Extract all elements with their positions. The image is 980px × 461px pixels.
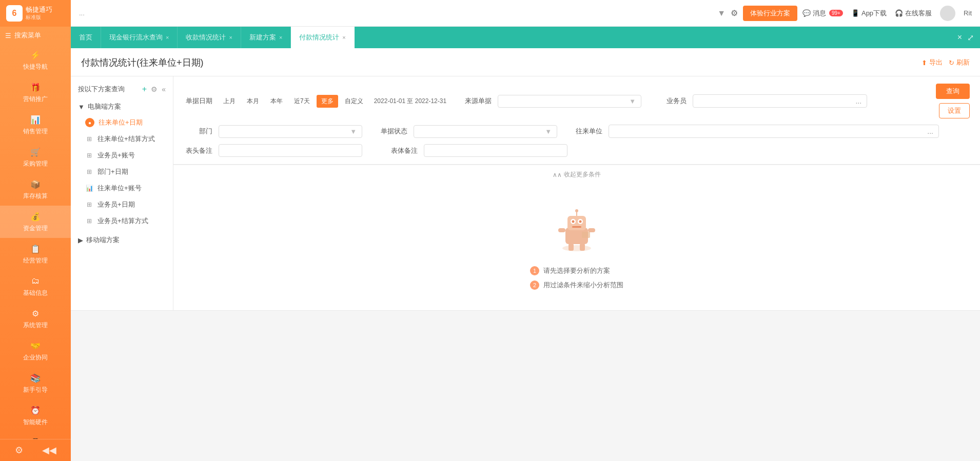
dept-select[interactable]: ▼ xyxy=(219,125,362,138)
sidebar-item-quick-nav[interactable]: ⚡ 快捷导航 xyxy=(0,44,71,76)
scheme-table-icon: ⊞ xyxy=(85,201,93,209)
collapse-bar[interactable]: ∧∧ 收起更多条件 xyxy=(173,165,980,184)
svg-rect-11 xyxy=(580,244,585,251)
dept-label: 部门 xyxy=(184,127,212,136)
collapse-label: 收起更多条件 xyxy=(564,170,601,179)
sidebar-item-wechat[interactable]: 💬 企业微信 xyxy=(0,432,71,439)
date-custom[interactable]: 自定义 xyxy=(340,95,368,108)
window-close-btn[interactable]: × xyxy=(957,33,962,42)
tab-bank-flow[interactable]: 现金银行流水查询 × xyxy=(101,27,178,48)
tab-receipt-stats[interactable]: 收款情况统计 × xyxy=(178,27,241,48)
staff-dots[interactable]: ... xyxy=(855,97,861,105)
empty-illustration xyxy=(551,205,602,256)
filter-settings-btn[interactable]: 设置 xyxy=(939,103,970,118)
staff-label: 业务员 xyxy=(658,96,687,106)
sidebar-item-system[interactable]: ⚙ 系统管理 xyxy=(0,303,71,335)
partner-label: 往来单位 xyxy=(574,127,602,136)
sidebar-item-operation[interactable]: 📋 经营管理 xyxy=(0,238,71,270)
scheme-item-staff-date[interactable]: ⊞ 业务员+日期 xyxy=(71,196,173,213)
hint-text-1: 请先选择要分析的方案 xyxy=(543,266,610,275)
date-this-month[interactable]: 本月 xyxy=(242,95,264,108)
message-btn[interactable]: 💬 消息 99+ xyxy=(802,9,843,18)
body-note-input[interactable] xyxy=(424,144,567,157)
topbar-right: 💬 消息 99+ 📱 App下载 🎧 在线客服 Rit xyxy=(802,6,972,21)
doc-status-label: 单据状态 xyxy=(379,127,407,136)
sidebar-item-hardware[interactable]: ⏰ 智能硬件 xyxy=(0,399,71,432)
query-section: 查询 设置 xyxy=(936,84,970,118)
tabbar-actions: × ⤢ xyxy=(951,27,980,48)
tab-new-scheme-close[interactable]: × xyxy=(279,35,282,41)
sidebar-item-label: 营销推广 xyxy=(23,95,48,104)
message-badge: 99+ xyxy=(829,10,843,16)
source-doc-dropdown-icon: ▼ xyxy=(629,97,636,105)
date-last-7[interactable]: 近7天 xyxy=(289,95,315,108)
sidebar-item-enterprise[interactable]: 🤝 企业协同 xyxy=(0,335,71,367)
sidebar-logo: 6 畅捷通巧 标准版 xyxy=(0,0,71,27)
sidebar-collapse-btn[interactable]: ◀◀ xyxy=(42,445,56,456)
query-btn[interactable]: 查询 xyxy=(936,84,970,99)
date-last-month[interactable]: 上月 xyxy=(219,95,240,108)
window-expand-btn[interactable]: ⤢ xyxy=(967,33,974,43)
empty-state: 1 请先选择要分析的方案 2 用过滤条件来缩小分析范围 xyxy=(173,184,980,310)
page-content: 付款情况统计(往来单位+日期) ⬆ 导出 ↻ 刷新 按以下方案查询 + xyxy=(71,48,980,461)
search-menu-label: 搜索菜单 xyxy=(14,31,41,40)
scheme-item-dept-date[interactable]: ⊞ 部门+日期 xyxy=(71,164,173,180)
active-scheme-circle: ● xyxy=(85,118,94,127)
tab-payment-stats-close[interactable]: × xyxy=(342,35,345,41)
user-name: Rit xyxy=(964,9,972,17)
user-avatar[interactable] xyxy=(940,6,955,21)
sales-icon: 📊 xyxy=(30,114,41,125)
trial-btn[interactable]: 体验行业方案 xyxy=(743,6,797,21)
date-more[interactable]: 更多 xyxy=(317,95,338,108)
tab-bank-flow-close[interactable]: × xyxy=(166,35,169,41)
logo-name: 畅捷通巧 xyxy=(26,6,52,14)
desktop-section-arrow: ▼ xyxy=(78,103,85,111)
search-menu-icon: ☰ xyxy=(5,32,11,39)
scheme-settings-btn[interactable]: ⚙ xyxy=(151,85,158,93)
sidebar-item-sales[interactable]: 📊 销售管理 xyxy=(0,109,71,141)
app-download-btn[interactable]: 📱 App下载 xyxy=(851,9,887,18)
export-btn[interactable]: ⬆ 导出 xyxy=(922,58,943,67)
scheme-item-partner-account[interactable]: 📊 往来单位+账号 xyxy=(71,180,173,196)
doc-status-select[interactable]: ▼ xyxy=(414,125,557,138)
tab-new-scheme[interactable]: 新建方案 × xyxy=(241,27,291,48)
sidebar-item-inventory[interactable]: 📦 库存核算 xyxy=(0,173,71,206)
tab-receipt-stats-close[interactable]: × xyxy=(229,35,232,41)
refresh-btn[interactable]: ↻ 刷新 xyxy=(949,58,970,67)
desktop-section[interactable]: ▼ 电脑端方案 xyxy=(71,99,173,114)
sidebar-item-label: 企业协同 xyxy=(23,353,48,362)
scheme-item-partner-settle[interactable]: ⊞ 往来单位+结算方式 xyxy=(71,131,173,147)
mobile-section[interactable]: ▶ 移动端方案 xyxy=(71,232,173,248)
header-note-input[interactable] xyxy=(219,144,362,157)
sidebar-item-guide[interactable]: 📚 新手引导 xyxy=(0,367,71,399)
scheme-item-staff-account[interactable]: ⊞ 业务员+账号 xyxy=(71,147,173,164)
tab-receipt-stats-label: 收款情况统计 xyxy=(186,33,226,42)
date-label: 单据日期 xyxy=(184,96,212,106)
tab-new-scheme-label: 新建方案 xyxy=(249,33,276,42)
tab-payment-stats[interactable]: 付款情况统计 × xyxy=(291,27,354,48)
sidebar-settings-btn[interactable]: ⚙ xyxy=(15,445,23,456)
source-doc-select[interactable]: ▼ xyxy=(498,95,641,108)
date-this-year[interactable]: 本年 xyxy=(266,95,287,108)
partner-select[interactable]: ... xyxy=(609,125,939,138)
sidebar-item-basic-info[interactable]: 🗂 基础信息 xyxy=(0,270,71,303)
search-menu[interactable]: ☰ 搜索菜单 xyxy=(0,27,71,44)
partner-dots[interactable]: ... xyxy=(927,127,933,135)
topbar-settings-icon[interactable]: ⚙ xyxy=(731,8,738,18)
staff-select[interactable]: ... xyxy=(693,94,867,108)
tab-home[interactable]: 首页 xyxy=(71,27,101,48)
empty-hint-2: 2 用过滤条件来缩小分析范围 xyxy=(530,280,623,290)
scheme-item-label: 往来单位+账号 xyxy=(97,184,142,193)
hardware-icon: ⏰ xyxy=(30,405,41,416)
sidebar-item-finance[interactable]: 💰 资金管理 xyxy=(0,206,71,238)
sidebar-item-marketing[interactable]: 🎁 营销推广 xyxy=(0,76,71,109)
online-service-btn[interactable]: 🎧 在线客服 xyxy=(895,9,932,18)
scheme-collapse-btn[interactable]: « xyxy=(162,85,166,93)
sidebar-item-purchase[interactable]: 🛒 采购管理 xyxy=(0,141,71,173)
header-note-label: 表头备注 xyxy=(184,146,212,155)
sidebar-item-label: 库存核算 xyxy=(23,192,48,201)
scheme-add-btn[interactable]: + xyxy=(142,85,147,94)
scheme-item-partner-date[interactable]: ● 往来单位+日期 xyxy=(71,114,173,131)
svg-point-9 xyxy=(575,209,578,212)
scheme-item-staff-settle[interactable]: ⊞ 业务员+结算方式 xyxy=(71,213,173,229)
